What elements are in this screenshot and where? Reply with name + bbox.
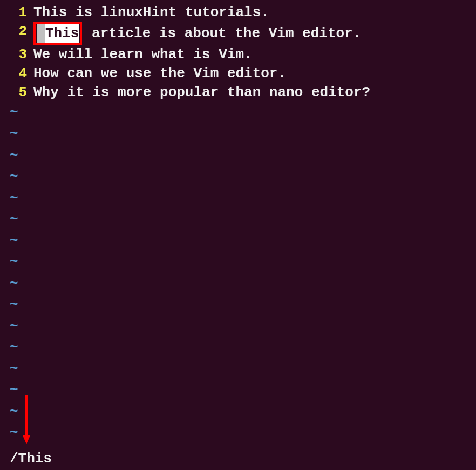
search-match-highlight: This — [45, 24, 79, 43]
line-text-rest: article is about the Vim editor. — [83, 25, 361, 42]
empty-line-tilde: ~ — [0, 209, 476, 231]
vim-command-line[interactable]: /This — [10, 451, 52, 467]
line-text: Why it is more popular than nano editor? — [33, 83, 370, 102]
empty-line-tilde: ~ — [0, 166, 476, 188]
line-number: 3 — [0, 45, 33, 64]
empty-line-tilde: ~ — [0, 422, 476, 444]
empty-line-tilde: ~ — [0, 252, 476, 273]
empty-line-tilde: ~ — [0, 273, 476, 295]
line-text: This is linuxHint tutorials. — [33, 3, 269, 22]
empty-line-tilde: ~ — [0, 359, 476, 380]
text-line: 3 We will learn what is Vim. — [0, 45, 476, 64]
line-number: 1 — [0, 3, 33, 22]
empty-line-tilde: ~ — [0, 188, 476, 210]
text-line: 1 This is linuxHint tutorials. — [0, 3, 476, 22]
line-text: How can we use the Vim editor. — [33, 64, 286, 83]
line-text: This article is about the Vim editor. — [33, 22, 361, 45]
empty-line-tilde: ~ — [0, 145, 476, 167]
line-number: 5 — [0, 83, 33, 102]
text-line: 4 How can we use the Vim editor. — [0, 64, 476, 83]
highlight-annotation-box: This — [33, 22, 82, 45]
cursor-cell — [37, 24, 45, 43]
empty-line-tilde: ~ — [0, 294, 476, 316]
svg-marker-1 — [23, 435, 30, 444]
arrow-down-icon — [23, 395, 30, 444]
empty-line-tilde: ~ — [0, 231, 476, 252]
vim-editor-area[interactable]: 1 This is linuxHint tutorials. 2 This ar… — [0, 0, 476, 444]
empty-line-tilde: ~ — [0, 337, 476, 359]
line-text: We will learn what is Vim. — [33, 45, 253, 64]
empty-line-tilde: ~ — [0, 316, 476, 338]
empty-line-tilde: ~ — [0, 401, 476, 423]
text-line: 2 This article is about the Vim editor. — [0, 22, 476, 45]
empty-line-tilde: ~ — [0, 102, 476, 124]
text-line: 5 Why it is more popular than nano edito… — [0, 83, 476, 102]
empty-line-tilde: ~ — [0, 124, 476, 145]
line-number: 4 — [0, 64, 33, 83]
line-number: 2 — [0, 22, 33, 41]
empty-line-tilde: ~ — [0, 380, 476, 401]
